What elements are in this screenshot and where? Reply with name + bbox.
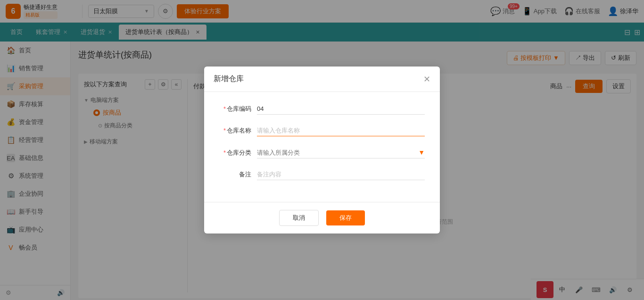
add-warehouse-modal: 新增仓库 ✕ 仓库编码 仓库名称 仓库分类 ▼ [204,67,440,233]
warehouse-code-label: 仓库编码 [219,105,257,113]
save-button[interactable]: 保存 [326,210,365,225]
warehouse-category-select[interactable]: ▼ [257,147,425,158]
modal-body: 仓库编码 仓库名称 仓库分类 ▼ 备注 [204,92,440,202]
modal-title: 新增仓库 [214,74,244,84]
dropdown-arrow-icon: ▼ [418,149,425,156]
warehouse-name-row: 仓库名称 [219,125,425,136]
warehouse-category-label: 仓库分类 [219,149,257,157]
modal-close-button[interactable]: ✕ [423,75,430,83]
warehouse-note-row: 备注 [219,169,425,180]
cancel-button[interactable]: 取消 [279,210,319,226]
warehouse-note-input[interactable] [257,169,425,180]
warehouse-category-row: 仓库分类 ▼ [219,147,425,158]
warehouse-code-row: 仓库编码 [219,103,425,115]
warehouse-name-label: 仓库名称 [219,126,257,135]
modal-overlay[interactable]: 新增仓库 ✕ 仓库编码 仓库名称 仓库分类 ▼ [0,0,644,300]
modal-header: 新增仓库 ✕ [204,67,440,92]
warehouse-note-label: 备注 [219,170,257,179]
category-input[interactable] [257,149,418,156]
warehouse-code-input[interactable] [257,103,425,115]
warehouse-name-input[interactable] [257,125,425,136]
modal-footer: 取消 保存 [204,202,440,233]
